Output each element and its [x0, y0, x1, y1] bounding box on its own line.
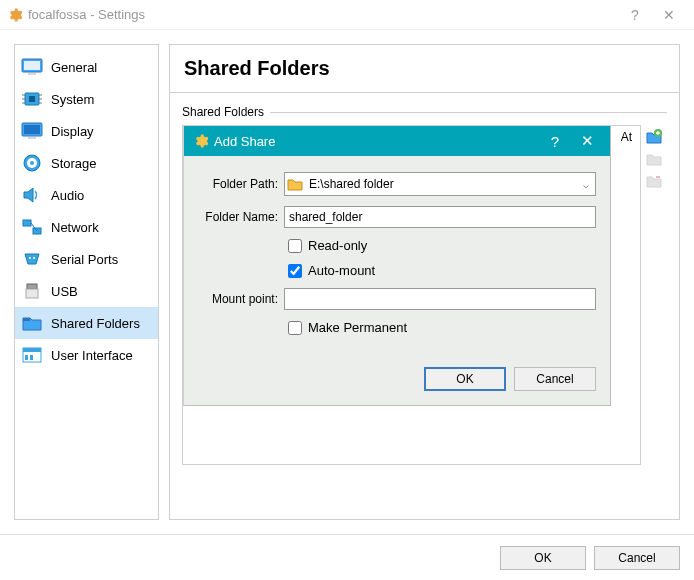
- settings-footer: OK Cancel: [0, 534, 694, 580]
- svg-rect-17: [23, 220, 31, 226]
- dialog-title: Add Share: [214, 134, 536, 149]
- sidebar-item-general[interactable]: General: [15, 51, 158, 83]
- chevron-down-icon: ⌵: [579, 179, 593, 190]
- dialog-cancel-button[interactable]: Cancel: [514, 367, 596, 391]
- ui-icon: [21, 346, 43, 364]
- folder-path-dropdown[interactable]: E:\shared folder ⌵: [284, 172, 596, 196]
- sidebar-item-label: User Interface: [51, 348, 133, 363]
- help-button[interactable]: ?: [618, 7, 652, 23]
- gear-icon: [8, 8, 22, 22]
- display-icon: [21, 122, 43, 140]
- sidebar-item-label: USB: [51, 284, 78, 299]
- svg-point-16: [30, 161, 34, 165]
- main-area: General System Display Storage Audio Net…: [0, 30, 694, 534]
- make-permanent-label: Make Permanent: [308, 320, 407, 335]
- folder-name-input[interactable]: [284, 206, 596, 228]
- remove-share-icon[interactable]: [646, 173, 662, 189]
- folder-path-value: E:\shared folder: [309, 177, 573, 191]
- dialog-help-button[interactable]: ?: [542, 133, 568, 150]
- content-header: Shared Folders: [170, 45, 679, 93]
- mountpoint-input[interactable]: [284, 288, 596, 310]
- content-body: Shared Folders At Add Share ? ✕: [170, 93, 679, 473]
- sidebar-item-usb[interactable]: USB: [15, 275, 158, 307]
- svg-rect-22: [27, 284, 37, 289]
- sidebar-item-display[interactable]: Display: [15, 115, 158, 147]
- sidebar-item-system[interactable]: System: [15, 83, 158, 115]
- dialog-close-button[interactable]: ✕: [574, 132, 600, 150]
- dialog-ok-button[interactable]: OK: [424, 367, 506, 391]
- gear-icon: [194, 134, 208, 148]
- sidebar-item-user-interface[interactable]: User Interface: [15, 339, 158, 371]
- monitor-icon: [21, 58, 43, 76]
- sidebar-item-label: System: [51, 92, 94, 107]
- settings-window-titlebar: focalfossa - Settings ? ✕: [0, 0, 694, 30]
- sidebar-item-label: Serial Ports: [51, 252, 118, 267]
- automount-checkbox[interactable]: [288, 264, 302, 278]
- sidebar-item-label: Storage: [51, 156, 97, 171]
- shared-folders-list[interactable]: At Add Share ? ✕ F: [182, 125, 641, 465]
- svg-rect-2: [28, 73, 36, 75]
- sidebar-item-shared-folders[interactable]: Shared Folders: [15, 307, 158, 339]
- folder-name-label: Folder Name:: [198, 210, 278, 224]
- add-share-titlebar: Add Share ? ✕: [184, 126, 610, 156]
- shared-folders-toolbar: [641, 125, 667, 465]
- svg-rect-13: [28, 137, 36, 139]
- folder-icon: [287, 177, 303, 191]
- settings-cancel-button[interactable]: Cancel: [594, 546, 680, 570]
- speaker-icon: [21, 186, 43, 204]
- add-share-dialog: Add Share ? ✕ Folder Path: E:\shared fol…: [183, 126, 611, 406]
- folder-icon: [21, 314, 43, 332]
- content-panel: Shared Folders Shared Folders At Add: [169, 44, 680, 520]
- group-label: Shared Folders: [182, 105, 264, 119]
- page-title: Shared Folders: [184, 57, 665, 80]
- network-icon: [21, 218, 43, 236]
- edit-share-icon[interactable]: [646, 151, 662, 167]
- mountpoint-label: Mount point:: [198, 292, 278, 306]
- sidebar-item-audio[interactable]: Audio: [15, 179, 158, 211]
- disk-icon: [21, 154, 43, 172]
- readonly-checkbox[interactable]: [288, 239, 302, 253]
- svg-rect-4: [29, 96, 35, 102]
- column-header-at: At: [621, 130, 632, 144]
- chip-icon: [21, 90, 43, 108]
- svg-rect-28: [30, 355, 33, 360]
- folder-path-label: Folder Path:: [198, 177, 278, 191]
- window-title: focalfossa - Settings: [28, 7, 618, 22]
- sidebar-item-label: Network: [51, 220, 99, 235]
- svg-rect-12: [24, 125, 40, 134]
- sidebar-item-label: Audio: [51, 188, 84, 203]
- sidebar-item-network[interactable]: Network: [15, 211, 158, 243]
- automount-label: Auto-mount: [308, 263, 375, 278]
- svg-point-20: [29, 257, 31, 259]
- svg-rect-1: [24, 61, 40, 70]
- sidebar-item-label: Shared Folders: [51, 316, 140, 331]
- readonly-label: Read-only: [308, 238, 367, 253]
- serial-port-icon: [21, 250, 43, 268]
- make-permanent-checkbox[interactable]: [288, 321, 302, 335]
- svg-rect-23: [26, 289, 38, 298]
- svg-rect-27: [25, 355, 28, 360]
- svg-rect-24: [23, 318, 30, 321]
- settings-ok-button[interactable]: OK: [500, 546, 586, 570]
- settings-sidebar: General System Display Storage Audio Net…: [14, 44, 159, 520]
- close-button[interactable]: ✕: [652, 7, 686, 23]
- group-divider: [270, 112, 667, 113]
- sidebar-item-storage[interactable]: Storage: [15, 147, 158, 179]
- add-share-icon[interactable]: [646, 129, 662, 145]
- svg-point-21: [33, 257, 35, 259]
- sidebar-item-serial-ports[interactable]: Serial Ports: [15, 243, 158, 275]
- sidebar-item-label: General: [51, 60, 97, 75]
- sidebar-item-label: Display: [51, 124, 94, 139]
- svg-rect-26: [23, 348, 41, 352]
- usb-icon: [21, 282, 43, 300]
